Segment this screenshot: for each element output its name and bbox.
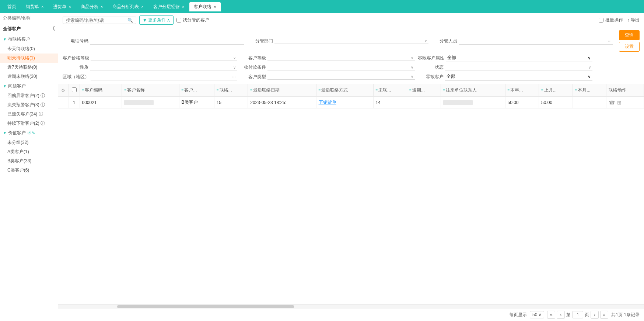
sidebar-group-pending[interactable]: ▼ 待联络客户 bbox=[0, 34, 58, 44]
action-more-icon[interactable]: ⊞ bbox=[617, 100, 622, 106]
prev-page-btn[interactable]: ‹ bbox=[557, 311, 565, 319]
date-sort-icon[interactable]: ≡ bbox=[250, 88, 252, 92]
more-filter-btn[interactable]: ▼ 更多条件 ∧ bbox=[139, 15, 174, 25]
nav-close-customer-contact[interactable]: × bbox=[214, 4, 216, 9]
main-content: 🔍 ▼ 更多条件 ∧ 我分管的客户 批量操作 ↑ 导出 bbox=[58, 13, 644, 321]
month-sort-icon[interactable]: ≡ bbox=[575, 88, 577, 92]
last-page-icon: » bbox=[603, 312, 606, 317]
sidebar-item-repurchase-abnormal[interactable]: 回购异常客户(2) ⓘ bbox=[0, 91, 58, 100]
nature-select[interactable]: ∨ bbox=[90, 65, 237, 70]
top-nav: 首页 销货单 × 进货单 × 商品分析 × 商品分析列表 × 客户分层经营 × … bbox=[0, 0, 644, 13]
nav-item-product-analysis[interactable]: 商品分析 × bbox=[76, 2, 107, 11]
nav-close-customer-segment[interactable]: × bbox=[182, 4, 184, 9]
nav-item-purchase[interactable]: 进货单 × bbox=[49, 2, 75, 11]
unit-sort-icon[interactable]: ≡ bbox=[443, 88, 445, 92]
customer-level-select[interactable]: ∨ bbox=[267, 55, 415, 61]
sparse-attr-chevron-icon: ∨ bbox=[588, 55, 591, 61]
last-contact-link[interactable]: 下销货单 bbox=[319, 100, 336, 105]
per-page-value: 50 bbox=[532, 312, 537, 317]
nav-close-product-analysis[interactable]: × bbox=[101, 4, 103, 9]
sidebar-item-class-c[interactable]: C类客户(6) bbox=[0, 166, 58, 175]
class-a-label: A类客户(1) bbox=[7, 149, 29, 154]
type-sort-icon[interactable]: ≡ bbox=[182, 88, 184, 92]
nav-item-customer-segment[interactable]: 客户分层经营 × bbox=[149, 2, 189, 11]
filter-row-2: 客户价格等级 ∨ 客户等级 ∨ 零散客户属性 全部 ∨ bbox=[63, 54, 640, 62]
phone-input[interactable] bbox=[90, 38, 244, 45]
value-refresh-icon[interactable]: ↺ bbox=[27, 131, 31, 136]
sidebar-item-class-a[interactable]: A类客户(1) bbox=[0, 147, 58, 156]
sidebar-search-input[interactable] bbox=[3, 15, 58, 21]
sidebar-item-declining[interactable]: 持续下滑客户(2) ⓘ bbox=[0, 119, 58, 128]
sparse-attr-label: 零散客户属性 bbox=[418, 55, 444, 61]
last-page-btn[interactable]: » bbox=[600, 311, 608, 319]
payment-select[interactable]: ∨ bbox=[267, 65, 415, 70]
nav-item-sales[interactable]: 销货单 × bbox=[21, 2, 48, 11]
col-unit-contact: ≡往来单位联系人 bbox=[441, 84, 505, 97]
page-input[interactable] bbox=[572, 311, 583, 318]
nav-close-sales[interactable]: × bbox=[41, 4, 43, 9]
sidebar-item-class-b[interactable]: B类客户(33) bbox=[0, 156, 58, 166]
sparse-customer-chevron-icon: ∨ bbox=[588, 74, 591, 79]
col-checkbox[interactable] bbox=[69, 84, 80, 97]
sidebar-item-churned[interactable]: 已流失客户(24) ⓘ bbox=[0, 110, 58, 119]
sidebar-item-today[interactable]: 今天待联络(0) bbox=[0, 44, 58, 54]
customer-type-select[interactable]: ∨ bbox=[267, 74, 415, 80]
first-page-btn[interactable]: « bbox=[547, 311, 555, 319]
sparse-attr-select[interactable]: 全部 ∨ bbox=[446, 54, 592, 62]
nav-home[interactable]: 首页 bbox=[3, 2, 21, 11]
settings-btn[interactable]: 设置 bbox=[619, 42, 640, 52]
total-count: 共1页 1条记录 bbox=[611, 312, 640, 318]
search-icon-btn[interactable]: 🔍 bbox=[127, 18, 133, 23]
sidebar-item-ungrouped[interactable]: 未分组(32) bbox=[0, 138, 58, 147]
col-settings[interactable]: ⚙ bbox=[58, 84, 69, 97]
method-sort-icon[interactable]: ≡ bbox=[319, 88, 321, 92]
region-dots-icon[interactable]: ··· bbox=[232, 74, 236, 79]
page-size-select[interactable]: 50 ∨ bbox=[530, 311, 544, 318]
manager-select[interactable]: ··· bbox=[459, 38, 613, 45]
lmonth-sort-icon[interactable]: ≡ bbox=[541, 88, 543, 92]
scrollbar-thumb[interactable] bbox=[117, 305, 294, 308]
nav-close-purchase[interactable]: × bbox=[69, 4, 71, 9]
filter-field-sparse-attr: 零散客户属性 全部 ∨ bbox=[418, 54, 592, 62]
manager-dots-icon[interactable]: ··· bbox=[608, 38, 612, 44]
sidebar-group-problem[interactable]: ▼ 问题客户 bbox=[0, 81, 58, 91]
not-sort-icon[interactable]: ≡ bbox=[376, 88, 378, 92]
sidebar-item-overdue[interactable]: 逾期未联络(30) bbox=[0, 72, 58, 81]
class-b-label: B类客户(33) bbox=[7, 158, 31, 163]
action-contact-icon[interactable]: ☎ bbox=[609, 100, 615, 106]
batch-op-btn[interactable]: 批量操作 bbox=[599, 17, 623, 23]
nav-item-product-analysis-list-label: 商品分析列表 bbox=[112, 4, 139, 10]
horizontal-scrollbar[interactable] bbox=[58, 304, 644, 308]
row-this-month bbox=[573, 97, 606, 108]
select-all-checkbox[interactable] bbox=[72, 87, 77, 92]
sidebar-all-customers[interactable]: 全部客户 《 bbox=[0, 23, 58, 34]
filter-field-price-level: 客户价格等级 ∨ bbox=[63, 55, 237, 61]
filter-field-status: 状态 ∨ bbox=[418, 64, 592, 70]
year-sort-icon[interactable]: ≡ bbox=[508, 88, 510, 92]
sidebar-group-value[interactable]: ▼ 价值客户 ↺ ✎ bbox=[0, 128, 58, 138]
overdue-sort-icon[interactable]: ≡ bbox=[409, 88, 412, 92]
nav-close-product-analysis-list[interactable]: × bbox=[141, 4, 143, 9]
next-page-btn[interactable]: › bbox=[591, 311, 599, 319]
name-sort-icon[interactable]: ≡ bbox=[124, 88, 126, 92]
query-btn[interactable]: 查询 bbox=[619, 30, 640, 40]
batch-op-checkbox[interactable] bbox=[599, 18, 603, 23]
my-customers-checkbox[interactable] bbox=[176, 18, 181, 23]
sidebar-item-tomorrow[interactable]: 明天待联络(1) bbox=[0, 54, 58, 63]
next-page-icon: › bbox=[594, 312, 595, 317]
value-edit-icon[interactable]: ✎ bbox=[32, 131, 35, 136]
row-last-contact-date: 2023-05-23 18:25: bbox=[248, 97, 316, 108]
nav-item-product-analysis-list[interactable]: 商品分析列表 × bbox=[108, 2, 148, 11]
price-level-select[interactable]: ∨ bbox=[91, 55, 237, 61]
sparse-customer-select[interactable]: 全部 ∨ bbox=[445, 73, 592, 81]
nav-item-customer-contact[interactable]: 客户联络 × bbox=[189, 2, 220, 11]
search-input[interactable] bbox=[66, 18, 126, 23]
region-select[interactable]: ··· bbox=[91, 73, 237, 80]
dept-select[interactable]: ∨ bbox=[274, 38, 429, 44]
code-sort-icon[interactable]: ≡ bbox=[82, 88, 84, 92]
contact-sort-icon[interactable]: ≡ bbox=[217, 88, 219, 92]
status-select[interactable]: ∨ bbox=[445, 65, 592, 70]
export-btn[interactable]: ↑ 导出 bbox=[627, 17, 640, 23]
sidebar-item-7days[interactable]: 近7天待联络(0) bbox=[0, 63, 58, 72]
sidebar-item-churn-warning[interactable]: 流失预警客户(3) ⓘ bbox=[0, 100, 58, 110]
